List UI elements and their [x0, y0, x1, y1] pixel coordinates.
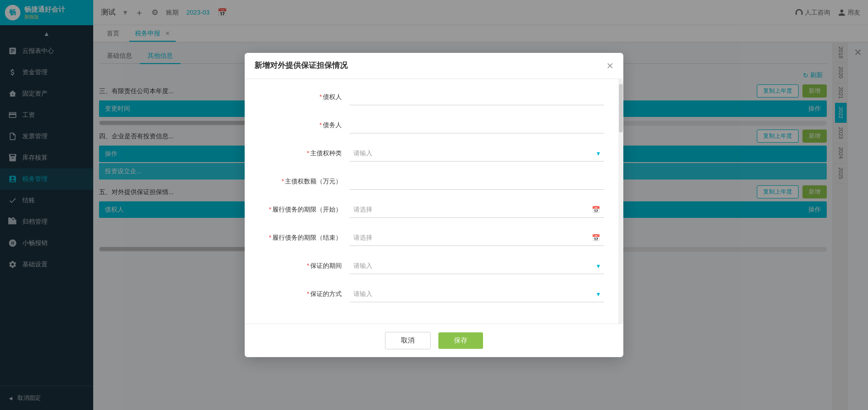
end-date-picker[interactable]: 请选择 📅: [350, 230, 604, 246]
form-row-debt-type: *主债权种类 请输入 ▾: [264, 145, 604, 162]
start-date-placeholder: 请选择: [353, 205, 372, 214]
save-button[interactable]: 保存: [438, 332, 483, 349]
form-row-guarantee-method: *保证的方式 请输入 ▾: [264, 286, 604, 302]
guarantee-period-select[interactable]: 请输入 ▾: [350, 258, 604, 274]
debt-type-placeholder: 请输入: [353, 149, 372, 158]
form-label-debtor: *债务人: [264, 121, 342, 130]
guarantee-period-placeholder: 请输入: [353, 262, 372, 270]
dialog-title: 新增对外提供保证担保情况: [254, 61, 348, 71]
dialog-footer: 取消 保存: [245, 324, 623, 357]
guarantee-period-chevron-icon: ▾: [597, 262, 600, 270]
dialog-header: 新增对外提供保证担保情况 ✕: [245, 53, 623, 79]
dialog: 新增对外提供保证担保情况 ✕ *债权人 *债务人: [245, 53, 623, 357]
form-row-creditor: *债权人: [264, 89, 604, 105]
dialog-body: *债权人 *债务人 *主债权种类 请输入 ▾: [245, 79, 623, 324]
form-row-guarantee-period: *保证的期间 请输入 ▾: [264, 258, 604, 274]
form-row-debt-amount: *主债权数额（万元）: [264, 173, 604, 190]
start-date-picker[interactable]: 请选择 📅: [350, 201, 604, 218]
debt-amount-input[interactable]: [350, 173, 604, 190]
dialog-scrollbar[interactable]: [618, 79, 623, 324]
guarantee-method-chevron-icon: ▾: [597, 290, 600, 298]
end-date-placeholder: 请选择: [353, 233, 372, 242]
form-row-end-date: *履行债务的期限（结束） 请选择 📅: [264, 230, 604, 246]
dialog-close-button[interactable]: ✕: [606, 62, 614, 70]
form-label-guarantee-period: *保证的期间: [264, 262, 342, 270]
end-date-calendar-icon: 📅: [592, 234, 600, 242]
form-label-end-date: *履行债务的期限（结束）: [264, 233, 342, 242]
dialog-overlay: 新增对外提供保证担保情况 ✕ *债权人 *债务人: [0, 0, 868, 410]
dialog-scrollbar-thumb: [619, 84, 623, 132]
form-row-start-date: *履行债务的期限（开始） 请选择 📅: [264, 201, 604, 218]
creditor-input[interactable]: [350, 89, 604, 105]
cancel-button[interactable]: 取消: [385, 332, 431, 349]
start-date-calendar-icon: 📅: [592, 206, 600, 213]
form-row-debtor: *债务人: [264, 117, 604, 133]
form-label-guarantee-method: *保证的方式: [264, 290, 342, 298]
form-label-start-date: *履行债务的期限（开始）: [264, 205, 342, 214]
form-label-creditor: *债权人: [264, 93, 342, 101]
form-label-debt-type: *主债权种类: [264, 149, 342, 158]
guarantee-method-placeholder: 请输入: [353, 290, 372, 298]
form-label-debt-amount: *主债权数额（万元）: [264, 177, 342, 186]
debt-type-chevron-icon: ▾: [597, 149, 600, 157]
debtor-input[interactable]: [350, 117, 604, 133]
guarantee-method-select[interactable]: 请输入 ▾: [350, 286, 604, 302]
debt-type-select[interactable]: 请输入 ▾: [350, 145, 604, 162]
